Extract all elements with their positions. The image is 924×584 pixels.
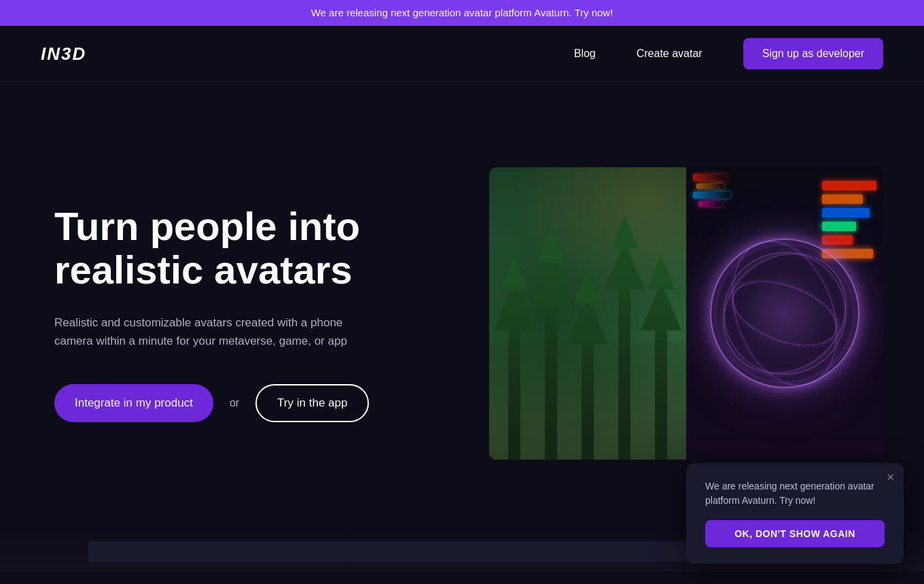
tree-5 (655, 324, 667, 460)
neon-sign-green (822, 222, 856, 231)
integrate-product-button[interactable]: Integrate in my product (54, 384, 213, 422)
orb-ring-1 (724, 269, 845, 358)
hero-image-left (489, 167, 686, 460)
hero-image (489, 167, 883, 460)
popup-ok-button[interactable]: OK, DON'T SHOW AGAIN (705, 520, 885, 547)
hero-buttons: Integrate in my product or Try in the ap… (54, 384, 427, 422)
tree-2 (545, 296, 557, 460)
try-app-button[interactable]: Try in the app (255, 384, 369, 422)
nav-blog[interactable]: Blog (574, 48, 596, 60)
nav-create-avatar[interactable]: Create avatar (637, 48, 703, 60)
announcement-text: We are releasing next generation avatar … (311, 7, 614, 18)
logo[interactable]: IN3D (41, 44, 86, 65)
energy-orb (717, 245, 853, 381)
hero-content: Turn people into realistic avatars Reali… (54, 205, 427, 422)
tree-container (489, 167, 686, 460)
navbar: IN3D Blog Create avatar Sign up as devel… (0, 26, 924, 82)
hero-description: Realistic and customizable avatars creat… (54, 313, 380, 350)
neon-sign-red-2 (822, 235, 853, 245)
hero-title: Turn people into realistic avatars (54, 205, 427, 292)
popup-text: We are releasing next generation avatar … (705, 479, 885, 508)
tree-3 (582, 337, 594, 460)
popup-close-button[interactable]: × (887, 471, 894, 483)
tree-1 (508, 324, 520, 460)
ground-reflection (489, 343, 686, 460)
popup-card: × We are releasing next generation avata… (686, 463, 904, 564)
city-background (693, 174, 842, 207)
or-separator: or (230, 397, 239, 409)
hero-image-right (686, 167, 883, 460)
tree-4 (618, 283, 630, 460)
signup-developer-button[interactable]: Sign up as developer (743, 38, 883, 69)
announcement-banner[interactable]: We are releasing next generation avatar … (0, 0, 924, 26)
neon-sign-blue (822, 208, 870, 218)
popup-overlay: × We are releasing next generation avata… (686, 463, 904, 564)
nav-links: Blog Create avatar Sign up as developer (574, 38, 883, 69)
